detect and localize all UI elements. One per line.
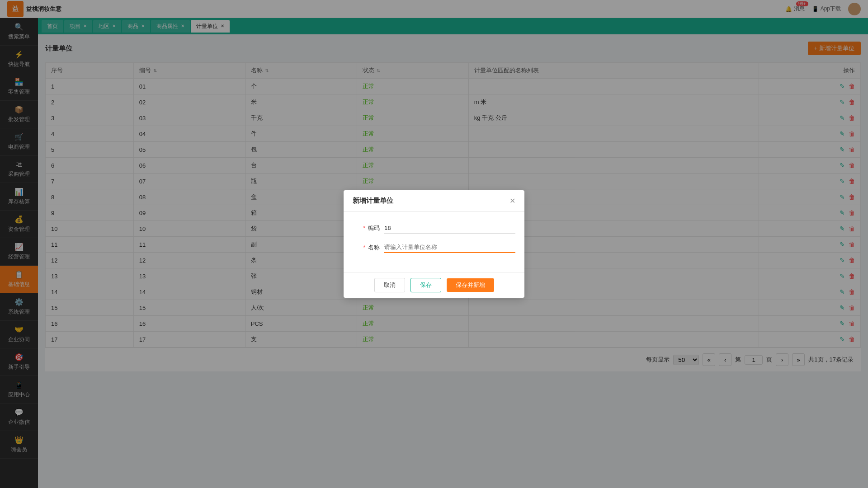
modal-close-button[interactable]: ✕	[509, 197, 515, 205]
name-required-star: *	[363, 244, 365, 251]
save-button[interactable]: 保存	[410, 278, 441, 292]
cancel-button[interactable]: 取消	[374, 278, 405, 292]
name-form-row: * 名称	[353, 242, 515, 253]
code-input[interactable]	[384, 223, 515, 234]
code-label: * 编码	[353, 224, 380, 232]
modal-title: 新增计量单位	[353, 197, 393, 205]
modal-footer: 取消 保存 保存并新增	[344, 272, 524, 298]
name-label: * 名称	[353, 244, 380, 252]
code-form-row: * 编码	[353, 223, 515, 234]
modal-header: 新增计量单位 ✕	[344, 190, 524, 212]
save-new-button[interactable]: 保存并新增	[447, 278, 494, 292]
name-input[interactable]	[384, 242, 515, 253]
modal-overlay: 新增计量单位 ✕ * 编码 * 名称 取消 保存 保存并新增	[0, 0, 868, 488]
modal-body: * 编码 * 名称	[344, 212, 524, 272]
add-unit-modal: 新增计量单位 ✕ * 编码 * 名称 取消 保存 保存并新增	[344, 190, 524, 298]
code-required-star: *	[363, 225, 365, 231]
